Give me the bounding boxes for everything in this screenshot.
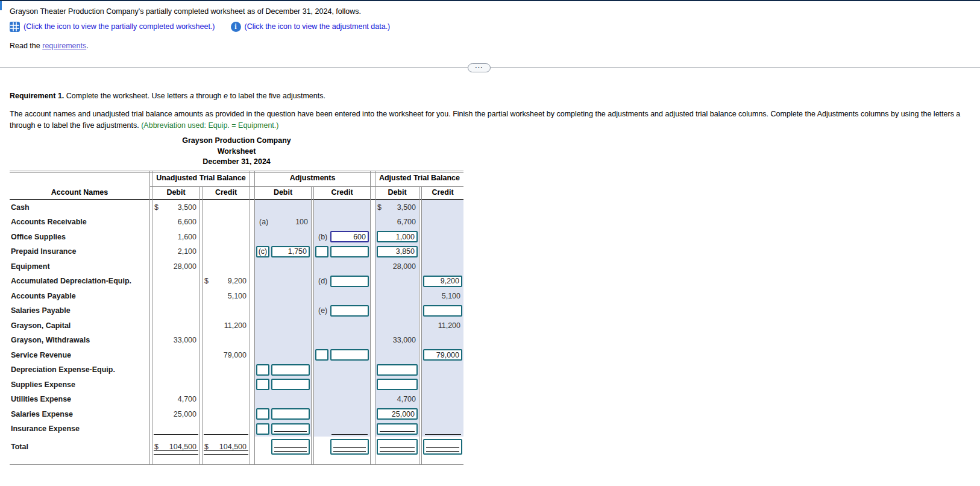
dollar-sign: $: [204, 277, 209, 285]
worksheet-row: Grayson, Withdrawals33,00033,000: [10, 333, 463, 348]
adjustment-credit-cell: (d): [314, 274, 370, 289]
unadjusted-debit-amount: 33,000: [152, 336, 199, 344]
adjustment-credit-letter-input[interactable]: [315, 246, 328, 257]
adjusted-debit-input[interactable]: 25,000: [377, 408, 418, 420]
adjustment-debit-letter-input[interactable]: [256, 423, 269, 435]
adjusted-debit-cell: [375, 362, 419, 377]
adjusted-credit-input[interactable]: 79,000: [423, 349, 462, 361]
adjusted-debit-input[interactable]: [377, 423, 418, 435]
worksheet-link-text[interactable]: (Click the icon to view the partially co…: [24, 22, 215, 31]
adjusted-debit-input[interactable]: 1,000: [377, 231, 418, 242]
worksheet-title-block: Grayson Production Company Worksheet Dec…: [10, 136, 463, 168]
adjusted-debit-input[interactable]: [377, 364, 418, 376]
unadjusted-credit-amount: 5,100: [203, 292, 250, 300]
unadjusted-debit-cell: 1,600: [152, 230, 199, 245]
adjustment-credit-cell: [314, 318, 370, 333]
unadjusted-credit-cell: [203, 259, 250, 274]
adjustment-credit-amount-input[interactable]: [330, 305, 369, 317]
instruction-paragraph: The account names and unadjusted trial b…: [10, 109, 970, 131]
adjustment-link-text[interactable]: (Click the icon to view the adjustment d…: [245, 22, 391, 31]
double-rule: [380, 447, 415, 452]
adjusted-credit-input[interactable]: 9,200: [423, 276, 462, 287]
adjusted-debit-input[interactable]: 3,850: [377, 246, 418, 257]
adjusted-debit-input[interactable]: [377, 379, 418, 390]
unadjusted-debit-total-cell: $104,500: [152, 437, 199, 457]
account-name: Salaries Expense: [11, 407, 148, 422]
adjustment-credit-amount-input[interactable]: 600: [330, 231, 369, 242]
adjusted-credit-total-input[interactable]: [423, 439, 462, 455]
adjustment-debit-total-input[interactable]: [271, 439, 310, 455]
adjusted-credit-input[interactable]: [423, 305, 462, 317]
worksheet-row: Accounts Payable5,1005,100: [10, 289, 463, 304]
unadjusted-debit-cell: [152, 377, 199, 393]
statement-name: Worksheet: [10, 147, 463, 157]
adjustment-credit-amount-input[interactable]: [330, 246, 369, 257]
account-name: Depreciation Expense-Equip.: [11, 362, 148, 377]
unadjusted-credit-cell: [203, 244, 250, 259]
adjustment-credit-amount-input[interactable]: [330, 349, 369, 361]
divider-collapse-button[interactable]: ...: [468, 63, 491, 72]
adjustment-credit-cell: [314, 421, 370, 437]
adjustment-debit-letter-input[interactable]: [256, 408, 269, 420]
requirements-link[interactable]: requirements: [42, 42, 86, 50]
worksheet-row: Grayson, Capital11,20011,200: [10, 318, 463, 333]
adjustment-debit-letter-input[interactable]: [256, 364, 269, 376]
adjustment-debit-amount-input[interactable]: [271, 408, 310, 420]
unadjusted-debit-cell: $3,500: [152, 200, 199, 215]
adjusted-credit-cell: [422, 362, 463, 377]
account-name: Utilities Expense: [11, 392, 148, 407]
dollar-sign: $: [377, 203, 382, 212]
adjusted-credit-cell: 79,000: [422, 348, 463, 363]
account-name: Accounts Payable: [11, 289, 148, 304]
unadjusted-credit-cell: [203, 303, 250, 318]
unadjusted-credit-cell: [203, 377, 250, 393]
unadjusted-credit-cell: [203, 333, 250, 348]
worksheet-row: Accounts Receivable6,600(a)1006,700: [10, 215, 463, 230]
adjusted-credit-cell: [422, 421, 463, 437]
utb-debit-header: Debit: [152, 188, 199, 197]
adjusted-debit-cell: [375, 289, 419, 304]
adjustment-debit-cell: [255, 377, 311, 393]
adjustment-debit-cell: [255, 348, 311, 363]
adjustment-debit-amount-input[interactable]: [271, 379, 310, 390]
adjusted-debit-amount: 6,700: [375, 218, 419, 226]
worksheet-rows: Cash$3,500$3,500Accounts Receivable6,600…: [10, 200, 463, 457]
unadjusted-credit-amount: 79,000: [203, 351, 250, 359]
adj-debit-header: Debit: [255, 188, 311, 197]
unadjusted-debit-amount: 4,700: [152, 395, 199, 403]
section-divider: ...: [0, 67, 980, 68]
double-rule: [426, 447, 459, 452]
statement-date: December 31, 2024: [10, 157, 463, 168]
adjustment-credit-total-input[interactable]: [330, 439, 369, 455]
single-rule: [331, 434, 368, 435]
worksheet-row: Accumulated Depreciation-Equip.$9,200(d)…: [10, 274, 463, 289]
adjustment-debit-letter-input[interactable]: [256, 379, 269, 390]
adjustment-credit-amount-input[interactable]: [330, 276, 369, 287]
requirement-label: Requirement 1.: [10, 92, 64, 100]
unadjusted-debit-cell: 25,000: [152, 407, 199, 422]
adjustment-credit-cell: [314, 215, 370, 230]
account-name: Salaries Payable: [11, 303, 148, 318]
unadjusted-debit-cell: 4,700: [152, 392, 199, 407]
top-border: [0, 0, 980, 1]
unadjusted-credit-cell: [203, 200, 250, 215]
group-header-unadjusted: Unadjusted Trial Balance: [152, 174, 250, 182]
unadjusted-debit-cell: [152, 362, 199, 377]
adjustment-info-icon[interactable]: i: [231, 22, 241, 32]
unadjusted-debit-amount: 1,600: [152, 233, 199, 241]
adjustment-debit-amount-input[interactable]: 1,750: [271, 246, 310, 257]
adjustment-debit-letter-input[interactable]: (c): [256, 246, 269, 257]
unadjusted-credit-cell: [203, 215, 250, 230]
worksheet-table-icon[interactable]: [10, 22, 20, 32]
adjusted-debit-total-input[interactable]: [377, 439, 418, 455]
adjustment-debit-amount-input[interactable]: [271, 364, 310, 376]
account-name: Supplies Expense: [11, 377, 148, 393]
adjusted-debit-cell: 33,000: [375, 333, 419, 348]
adjustment-credit-letter-input[interactable]: [315, 349, 328, 361]
unadjusted-credit-amount: 9,200: [203, 277, 250, 285]
account-name: Accumulated Depreciation-Equip.: [11, 274, 148, 289]
adjustment-debit-amount-input[interactable]: [271, 423, 310, 435]
single-rule: [425, 434, 461, 435]
adjusted-debit-cell: 4,700: [375, 392, 419, 407]
adjustment-debit-cell: [255, 333, 311, 348]
